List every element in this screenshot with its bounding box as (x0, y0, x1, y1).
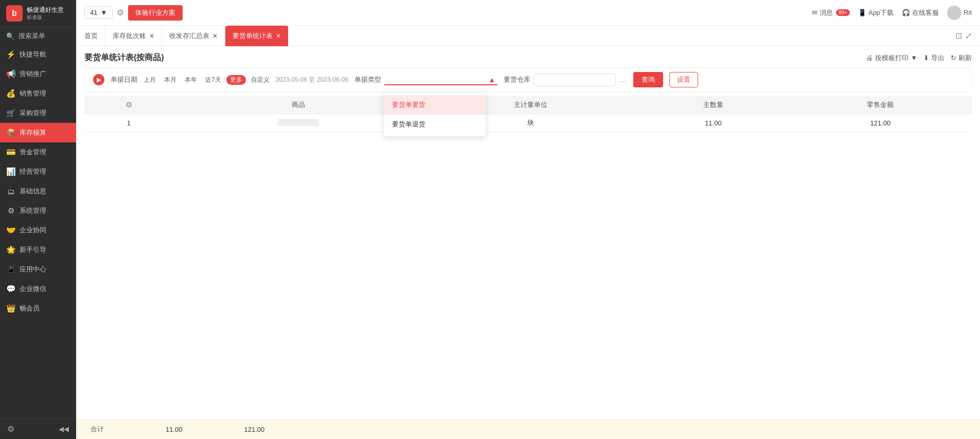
app-download-label: App下载 (868, 8, 894, 17)
data-table: ⚙ 商品 主计量单位 主数量 零售金额 1 块 (84, 96, 972, 132)
sidebar-logo: b 畅捷通好生意 标准版 (0, 0, 76, 27)
header-gear-icon[interactable]: ⚙ (117, 8, 124, 17)
last-month-shortcut[interactable]: 上月 (140, 75, 159, 85)
tab-restore-button[interactable]: ⊡ (955, 31, 962, 41)
tab-inventory-batch-close[interactable]: ✕ (149, 32, 154, 40)
tab-order-stats-close[interactable]: ✕ (276, 32, 281, 40)
phone-icon: 📱 (858, 9, 866, 16)
warehouse-input[interactable] (533, 74, 616, 86)
type-input-wrapper: ▲ (384, 75, 497, 85)
basic-info-icon: 🗂 (6, 187, 15, 196)
sidebar-item-quick-nav[interactable]: ⚡ 快捷导航 (0, 45, 76, 64)
tab-home[interactable]: 首页 (84, 26, 105, 46)
this-month-shortcut[interactable]: 本月 (161, 75, 180, 85)
tab-expand-button[interactable]: ⤢ (965, 31, 972, 41)
tab-inventory-batch[interactable]: 库存批次账 ✕ (105, 26, 162, 46)
this-year-shortcut[interactable]: 本年 (182, 75, 200, 85)
logo-icon: b (6, 5, 23, 22)
sidebar-item-label: 基础信息 (20, 187, 46, 196)
sidebar-item-purchase[interactable]: 🛒 采购管理 (0, 103, 76, 123)
user-profile[interactable]: Rit (947, 6, 972, 20)
refresh-label: 刷新 (958, 53, 972, 63)
sidebar-item-sales[interactable]: 💰 销售管理 (0, 84, 76, 103)
sidebar-item-guide[interactable]: 🌟 新手引导 (0, 240, 76, 260)
page-content: 要货单统计表(按商品) 🖨 按模板打印 ▼ ⬇ 导出 ↻ 刷新 ▶ (76, 46, 980, 439)
app-download-action[interactable]: 📱 App下载 (858, 8, 894, 17)
header-left: 41 ▼ ⚙ 体验行业方案 (84, 5, 183, 21)
table-col-settings[interactable]: ⚙ (84, 96, 173, 114)
warehouse-filter-field: 要货仓库 … (504, 74, 627, 86)
date-filter-field: 单据日期 上月 本月 本年 近7天 更多 自定义 2023-05-06 至 20… (111, 75, 348, 85)
online-service-action[interactable]: 🎧 在线客服 (902, 8, 939, 17)
sidebar-item-operations[interactable]: 📊 经营管理 (0, 162, 76, 181)
sidebar-search[interactable]: 🔍 搜索菜单 (0, 27, 76, 45)
message-icon: ✉ (812, 9, 817, 16)
sidebar-footer: ⚙ ◀◀ (0, 418, 76, 439)
sidebar-item-label: 经营管理 (20, 167, 46, 176)
type-dropdown-arrow-icon[interactable]: ▲ (488, 76, 495, 84)
sidebar-item-label: 应用中心 (20, 265, 46, 274)
sidebar-item-finance[interactable]: 💳 资金管理 (0, 142, 76, 162)
table-body: 1 块 11.00 121.00 (84, 114, 972, 132)
type-input[interactable] (384, 75, 497, 85)
row-index: 1 (84, 114, 173, 132)
sidebar-item-label: 新手引导 (20, 245, 46, 254)
purchase-icon: 🛒 (6, 108, 15, 118)
product-placeholder (278, 119, 319, 126)
sidebar-item-label: 快捷导航 (20, 50, 46, 59)
sidebar-item-marketing[interactable]: 📢 营销推广 (0, 64, 76, 84)
page-title: 要货单统计表(按商品) (84, 52, 164, 63)
sidebar-item-basic-info[interactable]: 🗂 基础信息 (0, 181, 76, 201)
print-button[interactable]: 🖨 按模板打印 ▼ (866, 53, 917, 63)
sidebar-item-wechat[interactable]: 💬 企业微信 (0, 279, 76, 299)
online-service-label: 在线客服 (912, 8, 939, 17)
tab-order-stats[interactable]: 要货单统计表 ✕ (225, 26, 289, 46)
sidebar-item-label: 畅会员 (20, 304, 40, 313)
sidebar-item-inventory[interactable]: 📦 库存核算 (0, 123, 76, 142)
refresh-icon: ↻ (951, 54, 956, 62)
warehouse-more-icon[interactable]: … (619, 75, 627, 84)
enterprise-icon: 🤝 (6, 226, 15, 235)
warehouse-filter-label: 要货仓库 (504, 75, 530, 84)
messages-action[interactable]: ✉ 消息 99+ (812, 8, 850, 17)
top-header: 41 ▼ ⚙ 体验行业方案 ✉ 消息 99+ 📱 App下载 🎧 在线客服 R (76, 0, 980, 26)
messages-badge: 99+ (836, 9, 850, 16)
query-button[interactable]: 查询 (633, 72, 663, 87)
tab-window-buttons: ⊡ ⤢ (955, 31, 972, 41)
sidebar-item-label: 库存核算 (20, 128, 46, 137)
marketing-icon: 📢 (6, 69, 15, 79)
dropdown-option-order-goods[interactable]: 要货单要货 (384, 95, 486, 115)
date-filter-label: 单据日期 (111, 75, 137, 84)
wechat-icon: 💬 (6, 284, 15, 294)
guide-icon: 🌟 (6, 245, 15, 254)
sidebar-item-vip[interactable]: 👑 畅会员 (0, 299, 76, 318)
refresh-button[interactable]: ↻ 刷新 (951, 53, 972, 63)
summary-quantity: 11.00 (166, 426, 183, 433)
export-button[interactable]: ⬇ 导出 (923, 53, 945, 63)
page-header: 要货单统计表(按商品) 🖨 按模板打印 ▼ ⬇ 导出 ↻ 刷新 (76, 46, 980, 67)
filter-expand-button[interactable]: ▶ (93, 74, 104, 85)
sidebar-item-app-center[interactable]: 📱 应用中心 (0, 260, 76, 279)
user-name: Rit (964, 9, 972, 16)
inventory-icon: 📦 (6, 128, 15, 137)
sidebar-collapse-button[interactable]: ◀◀ (59, 425, 69, 433)
sidebar-item-system[interactable]: ⚙ 系统管理 (0, 201, 76, 221)
settings-footer-icon[interactable]: ⚙ (7, 424, 14, 434)
more-shortcut[interactable]: 更多 (226, 75, 246, 85)
7days-shortcut[interactable]: 近7天 (202, 75, 224, 85)
custom-shortcut[interactable]: 自定义 (248, 75, 273, 85)
table-row: 1 块 11.00 121.00 (84, 114, 972, 132)
sidebar-item-enterprise[interactable]: 🤝 企业协同 (0, 221, 76, 240)
filter-settings-button[interactable]: 设置 (669, 72, 698, 87)
tab-receivable-summary[interactable]: 收发存汇总表 ✕ (162, 26, 225, 46)
export-icon: ⬇ (923, 54, 929, 62)
table-settings-icon[interactable]: ⚙ (126, 100, 132, 109)
user-selector[interactable]: 41 ▼ (84, 6, 113, 19)
sidebar-item-label: 资金管理 (20, 148, 46, 157)
tab-receivable-close[interactable]: ✕ (212, 32, 218, 40)
table-header: ⚙ 商品 主计量单位 主数量 零售金额 (84, 96, 972, 114)
dropdown-option-order-return[interactable]: 要货单退货 (384, 115, 486, 134)
export-label: 导出 (931, 53, 945, 63)
trial-industry-button[interactable]: 体验行业方案 (128, 5, 183, 21)
main-area: 41 ▼ ⚙ 体验行业方案 ✉ 消息 99+ 📱 App下载 🎧 在线客服 R (76, 0, 980, 439)
